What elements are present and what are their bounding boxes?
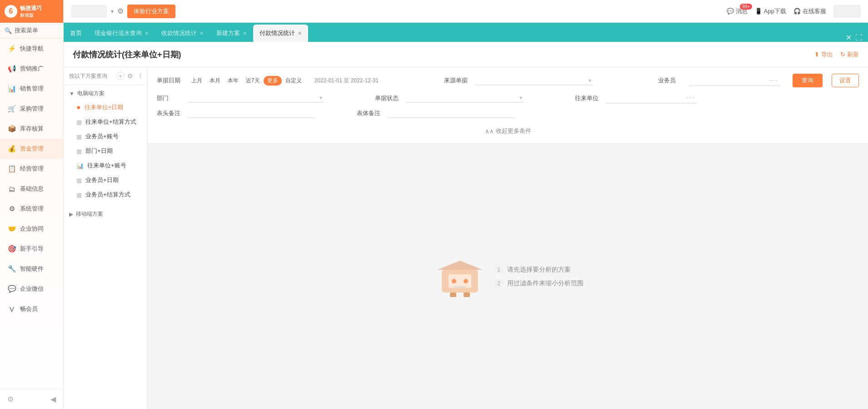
query-btn[interactable]: 查询 [793,74,823,87]
user-avatar[interactable] [833,5,861,18]
sidebar-item-basic[interactable]: 🗂 基础信息 [0,179,63,199]
messages-badge: 99+ [740,4,752,10]
scheme-setting-icon[interactable]: ⚙ [127,72,133,80]
this-year-btn[interactable]: 本年 [224,76,242,86]
sidebar-bottom: ⚙ ◀ [0,389,63,409]
sidebar-item-label: 基础信息 [20,185,44,193]
tab-close-icon[interactable]: ✕ [200,30,204,36]
scheme-item-label: 业务员+结算方式 [85,191,130,199]
sidebar-item-hardware[interactable]: 🔧 智能硬件 [0,259,63,279]
body-note-label: 表体备注 [357,109,380,117]
this-month-btn[interactable]: 本月 [206,76,224,86]
salesperson-dots-icon[interactable]: ··· [769,76,778,85]
scheme-salesperson-account[interactable]: ▦ 业务员+账号 [64,129,147,144]
sidebar-item-purchase[interactable]: 🛒 采购管理 [0,99,63,119]
scheme-dept-date[interactable]: ▦ 部门+日期 [64,144,147,158]
service-icon: 🎧 [793,8,801,15]
tab-close-icon[interactable]: ✕ [298,30,302,36]
enterprise-icon: 🤝 [7,224,16,233]
sidebar-item-finance[interactable]: 💰 资金管理 [0,139,63,159]
sidebar-item-quick-nav[interactable]: ⚡ 快捷导航 [0,39,63,59]
tab-close-icon[interactable]: ✕ [243,30,247,36]
add-scheme-icon[interactable]: + [116,72,125,80]
source-select[interactable]: ▾ [475,76,593,85]
sidebar-item-label: 智能硬件 [20,265,44,273]
refresh-btn[interactable]: ↻ 刷新 [840,50,859,59]
last-month-btn[interactable]: 上月 [188,76,206,86]
sidebar-item-sales[interactable]: 📊 销售管理 [0,79,63,99]
close-all-tabs-icon[interactable]: ✕ [846,33,852,42]
member-icon: V [7,304,16,313]
scheme-header-label: 按以下方案查询 [69,72,107,80]
svg-rect-6 [450,293,456,297]
tab-label: 新建方案 [216,29,240,37]
date-range-display: 2022-01-01 至 2022-12-31 [314,77,379,85]
company-dropdown[interactable]: ▾ [111,8,114,15]
sidebar-item-system[interactable]: ⚙ 系统管理 [0,199,63,219]
tab-payment-stats[interactable]: 付款情况统计 ✕ [253,25,308,42]
collapse-icon[interactable]: ◀ [50,395,56,404]
panel-collapse-icon[interactable]: 《 [136,72,142,80]
marketing-icon: 📢 [7,64,16,73]
counterpart-dots-icon[interactable]: ··· [686,94,695,102]
mobile-section-arrow: ▶ [69,211,73,217]
scheme-item-label: 往来单位+账号 [87,162,126,170]
topbar-left: ▾ ⚙ 体验行业方案 [71,5,175,18]
collapse-conditions-btn[interactable]: ∧∧ 收起更多条件 [157,123,859,137]
scheme-counterpart-date[interactable]: ● 往来单位+日期 [64,100,147,115]
scheme-counterpart-account[interactable]: 📊 往来单位+账号 [64,158,147,173]
scheme-counterpart-payment[interactable]: ▦ 往来单位+结算方式 [64,115,147,129]
setting-btn[interactable]: 设置 [832,74,859,87]
tab-home[interactable]: 首页 [64,25,88,42]
sidebar-item-wechat[interactable]: 💬 企业微信 [0,279,63,299]
tab-new-scheme[interactable]: 新建方案 ✕ [210,25,253,42]
sidebar-item-member[interactable]: V 畅会员 [0,299,63,319]
voucher-status-select[interactable]: ▾ [406,94,524,102]
more-date-btn[interactable]: 更多 [264,76,282,86]
desktop-section-label: 电脑端方案 [77,90,105,97]
sidebar-item-label: 系统管理 [20,205,44,213]
sidebar-item-guide[interactable]: 🎯 新手引导 [0,239,63,259]
body-note-input[interactable] [388,109,515,118]
sidebar-item-operation[interactable]: 📋 经营管理 [0,159,63,179]
tab-collection-stats[interactable]: 收款情况统计 ✕ [155,25,210,42]
tab-bank-flow[interactable]: 现金银行流水查询 ✕ [88,25,155,42]
search-label: 搜索菜单 [15,26,38,35]
header-note-input[interactable] [188,109,315,118]
scheme-icon: ▦ [76,177,82,184]
sidebar-nav: ⚡ 快捷导航 📢 营销推广 📊 销售管理 🛒 采购管理 📦 库存核算 💰 资金管… [0,39,63,389]
mobile-schemes-section: ▶ 移动端方案 [64,206,147,222]
expand-tabs-icon[interactable]: ⛶ [855,34,863,42]
guide-icon: 🎯 [7,244,16,253]
sidebar-search[interactable]: 🔍 搜索菜单 [0,23,63,39]
salesperson-select[interactable]: ··· [689,76,780,86]
topbar-gear-icon[interactable]: ⚙ [117,7,124,15]
sidebar-item-enterprise[interactable]: 🤝 企业协同 [0,219,63,239]
online-service-btn[interactable]: 🎧 在线客服 [793,7,826,15]
tab-close-icon[interactable]: ✕ [145,30,149,36]
app-download-btn[interactable]: 📱 App下载 [755,7,786,15]
collapse-label: 收起更多条件 [496,127,531,135]
sidebar-item-label: 企业协同 [20,225,44,233]
scheme-salesperson-payment[interactable]: ▦ 业务员+结算方式 [64,187,147,202]
tab-label: 首页 [70,29,82,37]
trial-btn[interactable]: 体验行业方案 [127,5,175,18]
empty-state: 1 请先选择要分析的方案 2 用过滤条件来缩小分析范围 [433,254,584,299]
dept-select[interactable]: ▾ [188,94,324,102]
scheme-salesperson-date[interactable]: ▦ 业务员+日期 [64,173,147,187]
settings-icon[interactable]: ⚙ [7,395,14,404]
messages-btn[interactable]: 💬 消息 99+ [727,7,748,15]
counterpart-select[interactable]: ··· [606,93,697,103]
desktop-section-arrow: ▼ [69,91,75,97]
export-btn[interactable]: ⬆ 导出 [814,50,833,59]
mobile-section-title[interactable]: ▶ 移动端方案 [64,207,147,221]
sidebar-item-label: 畅会员 [20,305,38,313]
collapse-up-icon: ∧∧ [485,128,494,135]
sidebar-item-inventory[interactable]: 📦 库存核算 [0,119,63,139]
sidebar-item-label: 快捷导航 [20,45,44,53]
last-7-days-btn[interactable]: 近7天 [242,76,264,86]
sidebar-logo: 6 畅捷通巧 标准版 [0,0,63,23]
sidebar-item-marketing[interactable]: 📢 营销推广 [0,59,63,79]
desktop-section-title[interactable]: ▼ 电脑端方案 [64,87,147,100]
custom-date-btn[interactable]: 自定义 [282,76,305,86]
